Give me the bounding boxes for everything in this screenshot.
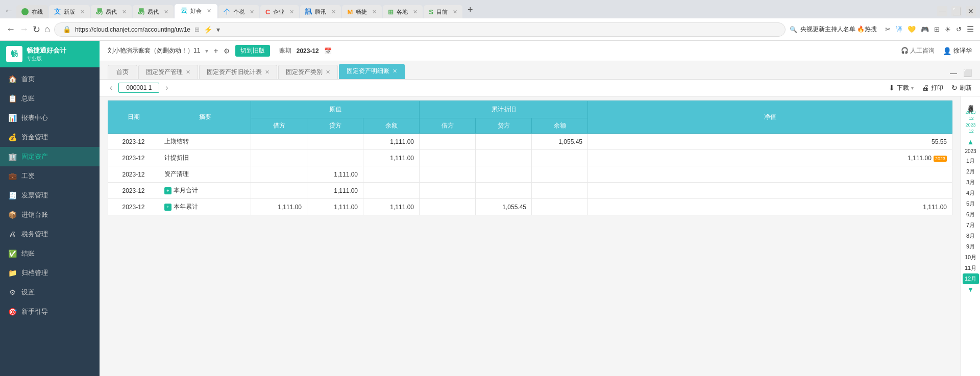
tab-个税[interactable]: 个 个税 ✕ — [218, 5, 259, 18]
sidebar-item-fixed-assets[interactable]: 🏢 固定资产 — [0, 147, 100, 166]
sidebar-item-purchase-sales[interactable]: 📦 进销台账 — [0, 205, 100, 224]
period-month-9[interactable]: 9月 — [963, 241, 979, 252]
tab-close[interactable]: ✕ — [372, 9, 377, 15]
sidebar-item-archive[interactable]: 📁 归档管理 — [0, 263, 100, 283]
tab-易代1[interactable]: 易 易代 ✕ — [91, 5, 132, 18]
tab-close-icon[interactable]: ✕ — [186, 69, 190, 76]
num-cell: 1,111.00 — [363, 199, 420, 215]
period-month-1[interactable]: 1月 — [963, 156, 979, 166]
switch-version-btn[interactable]: 切到旧版 — [235, 45, 270, 57]
right-panel: 期间选择 2023.12 2023.12 ▲ 2023 1月 2月 3月 4月 … — [961, 96, 980, 376]
lightning-icon[interactable]: ⚡ — [204, 26, 212, 34]
tab-asset-detail-active[interactable]: 固定资产明细账 ✕ — [339, 64, 405, 79]
tab-close[interactable]: ✕ — [331, 9, 336, 15]
tab-新版[interactable]: 文 新版 ✕ — [49, 5, 90, 18]
home-button[interactable]: ⌂ — [44, 24, 50, 35]
brightness-icon[interactable]: ☀ — [945, 26, 951, 33]
prev-page-btn[interactable]: ‹ — [108, 83, 114, 92]
tab-close[interactable]: ✕ — [164, 9, 168, 15]
translate-icon[interactable]: 译 — [896, 25, 902, 34]
sidebar-item-capital[interactable]: 💰 资金管理 — [0, 128, 100, 147]
forward-button[interactable]: → — [19, 24, 29, 35]
sidebar-item-payroll[interactable]: 💼 工资 — [0, 166, 100, 186]
jingzhi-cell: 1,111.00 — [588, 199, 952, 215]
table-row: 2023-12资产清理1,111.00 — [108, 166, 952, 183]
print-btn[interactable]: 🖨 打印 — [922, 84, 943, 92]
browser-minimize[interactable]: — — [937, 6, 947, 16]
download-btn[interactable]: ⬇ 下载 ▾ — [889, 84, 914, 92]
tab-close-icon[interactable]: ✕ — [265, 69, 270, 76]
sidebar-item-reports[interactable]: 📊 报表中心 — [0, 108, 100, 128]
scissors-icon[interactable]: ✂ — [885, 26, 891, 33]
tab-close-active[interactable]: ✕ — [207, 8, 211, 14]
back-button[interactable]: ← — [6, 24, 15, 35]
address-bar[interactable]: 🔒 https://cloud.chanjet.com/accounting/u… — [54, 22, 786, 37]
sidebar-item-home[interactable]: 🏠 首页 — [0, 69, 100, 89]
browser-back-btn[interactable]: ← — [4, 6, 13, 16]
tab-close[interactable]: ✕ — [122, 9, 127, 15]
add-account-btn[interactable]: + — [213, 46, 218, 56]
period-month-3[interactable]: 3月 — [963, 177, 979, 188]
tab-fixed-assets-mgmt[interactable]: 固定资产管理 ✕ — [138, 65, 198, 79]
tax-icon: 🖨 — [8, 230, 16, 238]
tab-close[interactable]: ✕ — [413, 9, 418, 15]
company-name: 刘小艳演示账套（勿删勿动！）11 — [108, 46, 200, 55]
sidebar-item-general-ledger[interactable]: 📋 总账 — [0, 89, 100, 108]
tab-企业[interactable]: C 企业 ✕ — [260, 5, 299, 18]
expand-icon[interactable]: ▾ — [216, 26, 220, 34]
tab-close-icon[interactable]: ✕ — [393, 68, 397, 74]
site-info-icon[interactable]: ⊞ — [194, 26, 200, 33]
dropdown-icon[interactable]: ▾ — [205, 47, 208, 55]
period-month-7[interactable]: 7月 — [963, 220, 979, 231]
settings-small-btn[interactable]: ⚙ — [224, 47, 230, 55]
period-month-12[interactable]: 12月 — [963, 273, 979, 284]
tab-好会-active[interactable]: 云 好会 ✕ — [175, 4, 217, 18]
tab-腾讯[interactable]: 訊 腾讯 ✕ — [300, 5, 341, 18]
num-cell: 1,111.00 — [307, 166, 363, 183]
sidebar-label: 首页 — [21, 74, 35, 84]
tab-asset-category[interactable]: 固定资产类别 ✕ — [278, 65, 338, 79]
sidebar-item-tax[interactable]: 🖨 税务管理 — [0, 224, 100, 244]
wallet-icon[interactable]: 💛 — [908, 26, 916, 33]
tab-home[interactable]: 首页 — [108, 65, 137, 79]
period-month-6[interactable]: 6月 — [963, 209, 979, 220]
maximize-panel-icon[interactable]: ⬜ — [963, 69, 972, 77]
new-tab-btn[interactable]: + — [463, 3, 477, 17]
sidebar-item-invoice[interactable]: 🧾 发票管理 — [0, 186, 100, 205]
period-month-11[interactable]: 11月 — [963, 263, 979, 273]
grid-icon[interactable]: ⊞ — [934, 26, 940, 33]
tab-在线[interactable]: 在线 — [16, 5, 48, 18]
browser-close[interactable]: ✕ — [966, 6, 976, 16]
human-service-btn[interactable]: 🎧 人工咨询 — [901, 46, 935, 55]
next-page-btn[interactable]: › — [163, 83, 170, 92]
sidebar-item-close-account[interactable]: ✅ 结账 — [0, 244, 100, 263]
tab-各地[interactable]: ⊞ 各地 ✕ — [383, 5, 423, 18]
tab-目前[interactable]: S 目前 ✕ — [424, 5, 462, 18]
tab-close[interactable]: ✕ — [80, 9, 85, 15]
tab-close[interactable]: ✕ — [289, 9, 294, 15]
period-month-10[interactable]: 10月 — [963, 252, 979, 263]
browser-restore[interactable]: ⬜ — [951, 6, 962, 16]
reload-button[interactable]: ↻ — [33, 24, 40, 35]
tab-close[interactable]: ✕ — [453, 9, 457, 15]
period-month-5[interactable]: 5月 — [963, 198, 979, 209]
tab-易代2[interactable]: 易 易代 ✕ — [133, 5, 174, 18]
scroll-down-icon[interactable]: ▼ — [967, 285, 974, 293]
sidebar-label: 总账 — [21, 94, 35, 103]
sidebar-item-settings[interactable]: ⚙ 设置 — [0, 283, 100, 302]
tab-畅捷[interactable]: M 畅捷 ✕ — [342, 5, 382, 18]
minimize-panel-icon[interactable]: — — [950, 69, 957, 77]
period-month-2[interactable]: 2月 — [963, 166, 979, 177]
tab-close[interactable]: ✕ — [250, 9, 254, 15]
period-month-8[interactable]: 8月 — [963, 231, 979, 241]
period-month-4[interactable]: 4月 — [963, 188, 979, 198]
calendar-icon[interactable]: 📅 — [324, 47, 332, 55]
scroll-up-icon[interactable]: ▲ — [967, 138, 974, 146]
menu-icon[interactable]: ☰ — [967, 24, 974, 34]
tab-depreciation-stats[interactable]: 固定资产折旧统计表 ✕ — [199, 65, 277, 79]
tab-close-icon[interactable]: ✕ — [326, 69, 330, 76]
history-back-icon[interactable]: ↺ — [956, 26, 962, 33]
game-icon[interactable]: 🎮 — [921, 26, 929, 33]
sidebar-item-guide[interactable]: 🎯 新手引导 — [0, 302, 100, 321]
refresh-btn[interactable]: ↻ 刷新 — [951, 84, 972, 92]
